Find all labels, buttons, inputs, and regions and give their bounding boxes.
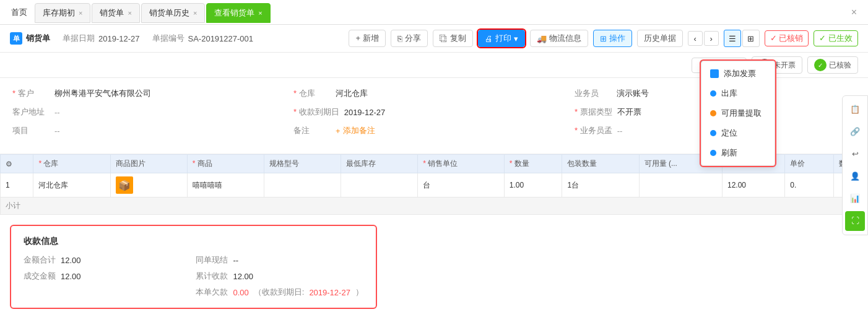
subtotal-label: 小计 [6,201,20,210]
payment-owed: 本单欠款 0.00 （收款到期日: 2019-12-27 ） [196,287,363,298]
payment-section: 收款信息 金额合计 12.00 同单现结 -- 成交金额 12.00 累计收款 … [0,215,868,324]
prev-arrow[interactable]: ‹ [688,31,703,46]
status-effective-button[interactable]: ✓ 已生效 [814,30,858,46]
tab-view-sales-label: 查看销货单 [214,7,254,19]
payment-cumulative-value: 12.00 [233,272,253,281]
doc-icon-text: 单 [13,34,20,43]
doc-icon: 单 [10,32,22,45]
cell-warehouse: 河北仓库 [33,173,110,198]
tab-home[interactable]: 首页 [5,7,33,18]
cell-spec [264,173,341,198]
print-icon: 🖨 [485,34,493,43]
th-quantity: * 数量 [504,155,562,173]
doc-header: 单 销货单 单据日期 2019-12-27 单据编号 SA-20191227-0… [0,25,868,53]
add-button[interactable]: + 新增 [349,30,385,47]
next-arrow[interactable]: › [704,31,719,46]
payment-owed-note: （收款到期日: [254,287,305,298]
add-invoice-label: 添加发票 [724,68,756,79]
cell-image: 📦 [110,173,187,198]
operate-button[interactable]: ⊞ 操作 [593,30,632,47]
th-spec: 规格型号 [264,155,341,173]
note-label: 备注 [293,125,331,136]
cell-index: 1 [1,173,33,198]
outbound-icon [710,90,716,97]
copy-icon: ⿻ [440,34,448,43]
status-cancelled-button[interactable]: ✓ 已核销 [765,30,809,46]
tab-view-sales[interactable]: 查看销货单 × [206,3,270,23]
payment-settlement-label: 同单现结 [196,254,228,266]
payment-total: 金额合计 12.00 [24,254,191,266]
logistics-label: 物流信息 [549,33,581,44]
print-button[interactable]: 🖨 打印 ▾ [478,30,525,47]
status-green-label: 已生效 [828,33,853,43]
sidebar-icon-reply[interactable]: ↩ [845,144,865,164]
subtotal-row: 小计 [1,198,868,215]
payment-owed-label: 本单欠款 [196,287,228,298]
add-note-button[interactable]: + 添加备注 [336,125,375,136]
sidebar-icon-link[interactable]: 🔗 [845,122,865,142]
doc-code-meta: 单据编号 SA-20191227-001 [152,33,254,44]
sidebar-icon-chart[interactable]: 📊 [845,189,865,209]
warehouse-label: 仓库 [293,88,331,99]
locate-icon [710,130,716,136]
tab-bar: 首页 库存期初 × 销货单 × 销货单历史 × 查看销货单 × × [0,0,868,25]
grid-view-icon[interactable]: ⊞ [742,30,760,47]
note-field: 备注 + 添加备注 [293,125,575,136]
product-img-icon: 📦 [118,180,131,191]
tab-sales[interactable]: 销货单 × [92,3,139,23]
staff2-value: -- [617,126,623,136]
menu-item-add-invoice[interactable]: 添加发票 [701,64,775,84]
copy-label: 复制 [450,33,466,44]
menu-item-outbound[interactable]: 出库 [701,84,775,103]
payment-transaction-value: 12.00 [61,272,81,281]
doc-date-meta: 单据日期 2019-12-27 [63,33,140,44]
cell-current: 12.00 [723,173,785,198]
list-view-icon[interactable]: ☰ [724,30,741,47]
settings-icon[interactable]: ⚙ [6,160,12,168]
share-button[interactable]: ⎘ 分享 [391,30,428,47]
tab-sales-close[interactable]: × [128,9,131,17]
tab-history[interactable]: 销货单历史 × [141,3,205,23]
print-dropdown-icon: ▾ [514,34,518,43]
sidebar-icon-doc[interactable]: 📋 [845,100,865,119]
sidebar-icon-user[interactable]: 👤 [845,167,865,186]
menu-item-locate[interactable]: 定位 [701,123,775,143]
operate-label: 操作 [609,33,625,44]
nav-arrows: ‹ › [688,31,719,46]
tab-view-sales-close[interactable]: × [258,9,262,17]
invoice-type-value: 不开票 [617,106,641,118]
due-date-field: 收款到期日 2019-12-27 [293,106,575,118]
warehouse-field: 仓库 河北仓库 [293,88,575,99]
tab-inventory-close[interactable]: × [79,9,82,17]
tab-home-label: 首页 [11,7,27,17]
th-product: * 商品 [187,155,264,173]
subtotal-cell: 小计 [1,198,868,215]
sidebar-icon-expand[interactable]: ⛶ [845,211,865,231]
copy-button[interactable]: ⿻ 复制 [433,30,473,47]
tab-history-close[interactable]: × [193,9,197,17]
doc-title-text: 销货单 [26,33,50,44]
available-icon [710,110,716,116]
operate-dropdown-menu: 添加发票 出库 可用量提取 定位 刷新 [701,61,775,166]
tab-inventory[interactable]: 库存期初 × [35,3,90,23]
payment-grid: 金额合计 12.00 同单现结 -- 成交金额 12.00 累计收款 12.00 [24,254,363,298]
date-value: 2019-12-27 [98,34,140,43]
doc-actions: + 新增 ⎘ 分享 ⿻ 复制 🖨 打印 ▾ 🚚 物流信息 ⊞ 操作 [349,30,858,47]
th-settings[interactable]: ⚙ [1,155,33,173]
operate-icon: ⊞ [600,34,607,43]
history-records-button[interactable]: 历史单据 [637,30,683,47]
logistics-button[interactable]: 🚚 物流信息 [530,30,588,47]
check-mark-button[interactable]: ✓ 已核验 [807,56,858,74]
address-field: 客户地址 -- [12,106,293,118]
view-icons: ☰ ⊞ [724,30,760,47]
payment-total-label: 金额合计 [24,254,56,266]
window-close[interactable]: × [845,7,863,18]
invoice-type-label: 票据类型 [575,106,612,118]
add-note-label: 添加备注 [343,125,375,136]
payment-cumulative-label: 累计收款 [196,271,228,282]
menu-item-refresh[interactable]: 刷新 [701,143,775,163]
check-icon: ✓ [770,33,777,43]
project-field: 项目 -- [12,125,293,136]
check-green-icon: ✓ [819,33,826,43]
menu-item-available[interactable]: 可用量提取 [701,103,775,123]
